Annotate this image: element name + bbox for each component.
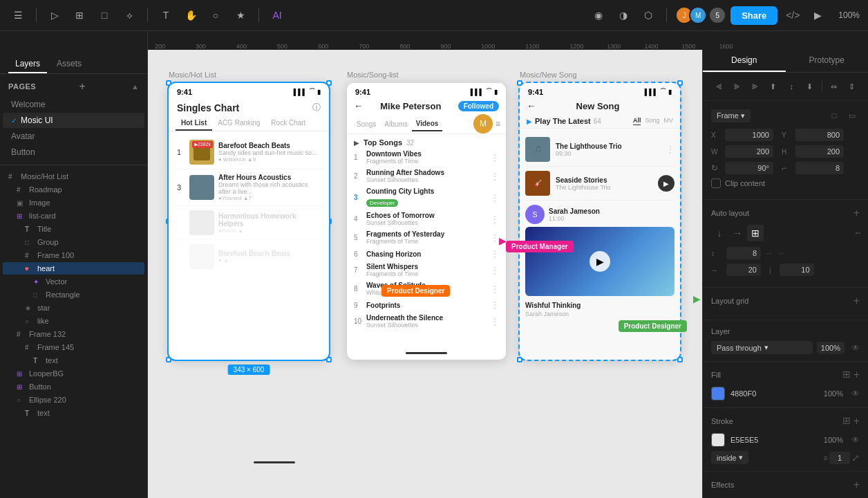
hand-tool-icon[interactable]: ✋ [181, 6, 200, 25]
resize-handle-br[interactable] [326, 357, 332, 362]
layer-title[interactable]: T Title [3, 223, 144, 235]
distribute-v-button[interactable]: ⇕ [845, 78, 860, 95]
align-center-v-button[interactable]: ↕ [784, 78, 799, 95]
layer-group[interactable]: □ Group [3, 236, 144, 248]
page-item-button[interactable]: Button [3, 145, 144, 160]
layer-like[interactable]: ○ like [3, 315, 144, 327]
al-down-button[interactable]: ↓ [711, 225, 728, 241]
al-right-button[interactable]: → [729, 225, 746, 241]
align-right-button[interactable]: ⫸ [748, 78, 763, 95]
corner-input[interactable]: 8 [795, 162, 844, 174]
page-item-welcome[interactable]: Welcome [3, 97, 144, 112]
star-tool-icon[interactable]: ★ [231, 6, 250, 25]
tab-song-ns[interactable]: Song [645, 117, 659, 125]
layer-heart[interactable]: ♥ heart [3, 262, 144, 275]
grid-icon[interactable]: ⊞ [70, 6, 89, 25]
fill-color-swatch[interactable] [711, 387, 725, 400]
share-button[interactable]: Share [730, 6, 777, 25]
rotation-input[interactable]: 90° [725, 162, 773, 174]
w-input[interactable]: 200 [725, 145, 773, 158]
expand-stroke-icon[interactable]: ⤢ [851, 452, 860, 463]
distribute-h-button[interactable]: ⇔ [827, 78, 842, 95]
tab-design[interactable]: Design [703, 50, 786, 72]
al-pad-3-input[interactable]: 10 [780, 264, 814, 276]
x-input[interactable]: 1000 [725, 129, 773, 141]
tab-songs[interactable]: Songs [352, 118, 380, 131]
stroke-color-swatch[interactable] [711, 433, 725, 447]
pen-tool-icon[interactable]: ⟡ [120, 6, 139, 25]
layer-mosic-hot-list[interactable]: # Mosic/Hot List [3, 170, 144, 183]
tab-prototype[interactable]: Prototype [786, 50, 869, 72]
tab-rock-chart[interactable]: Rock Chart [265, 116, 311, 131]
add-auto-layout-button[interactable]: + [853, 207, 860, 219]
al-pad-2-input[interactable]: 20 [726, 264, 761, 276]
ellipse-tool-icon[interactable]: ○ [206, 6, 225, 25]
align-top-button[interactable]: ⬆ [766, 78, 781, 95]
tab-hot-list[interactable]: Hot List [176, 116, 212, 131]
align-left-button[interactable]: ⫷ [711, 78, 726, 95]
layer-looperbg[interactable]: ⊞ LooperBG [3, 367, 144, 380]
play-btn-ns2[interactable]: ▶ [658, 175, 674, 192]
al-grid-button[interactable]: ⊞ [747, 225, 764, 241]
stroke-position-dropdown[interactable]: inside ▾ [711, 451, 748, 464]
tab-albums[interactable]: Albums [380, 118, 411, 131]
layer-roadmap[interactable]: # Roadmap [3, 183, 144, 196]
tab-all-ns[interactable]: All [633, 117, 641, 125]
color-wheel-icon[interactable]: ◉ [589, 6, 608, 25]
layer-star[interactable]: ★ star [3, 302, 144, 314]
page-item-avatar[interactable]: Avatar [3, 129, 144, 144]
frame-portrait-icon[interactable]: □ [827, 108, 842, 123]
layer-opacity-input[interactable]: 100% [817, 342, 845, 354]
layer-image[interactable]: ▣ Image [3, 196, 144, 209]
layers-icon[interactable]: ⬡ [639, 6, 658, 25]
rect-tool-icon[interactable]: □ [95, 6, 114, 25]
align-bottom-button[interactable]: ⬇ [802, 78, 817, 95]
layer-text-1[interactable]: T text [3, 354, 144, 367]
back-icon-ns[interactable]: ← [527, 100, 536, 111]
add-stroke-button[interactable]: + [853, 415, 860, 427]
y-input[interactable]: 800 [795, 129, 844, 141]
ns-handle-br[interactable] [677, 357, 683, 362]
tab-layers[interactable]: Layers [8, 55, 47, 73]
stroke-visibility-icon[interactable]: 👁 [851, 435, 860, 445]
tab-videos[interactable]: Videos [412, 117, 443, 131]
layer-mode-dropdown[interactable]: Pass through ▾ [711, 341, 813, 354]
frame-landscape-icon[interactable]: ▭ [845, 108, 860, 123]
frame-dropdown[interactable]: Frame ▾ [711, 109, 751, 122]
tab-assets[interactable]: Assets [50, 55, 88, 73]
clip-content-checkbox[interactable] [711, 178, 721, 188]
al-more-button[interactable]: ··· [855, 227, 860, 239]
add-fill-button[interactable]: + [853, 369, 860, 381]
page-item-mosic-ui[interactable]: ✓ Mosic UI [3, 113, 144, 128]
al-pad-1-input[interactable]: 8 [726, 247, 761, 259]
tab-acg-ranking[interactable]: ACG Ranking [212, 116, 265, 131]
play-icon[interactable]: ▷ [45, 6, 64, 25]
layer-rectangle[interactable]: □ Rectangle [3, 288, 144, 301]
present-icon[interactable]: ▶ [808, 6, 827, 25]
layer-button[interactable]: ⊞ Button [3, 380, 144, 393]
contrast-icon[interactable]: ◑ [614, 6, 633, 25]
layer-frame-145[interactable]: # Frame 145 [3, 341, 144, 353]
menu-icon[interactable]: ☰ [8, 6, 28, 25]
layer-visibility-icon[interactable]: 👁 [851, 343, 860, 353]
h-input[interactable]: 200 [795, 145, 844, 158]
layer-text-2[interactable]: T text [3, 407, 144, 419]
stroke-weight-input[interactable]: 1 [829, 452, 850, 464]
fill-style-icon[interactable]: ⊞ [842, 369, 851, 381]
text-tool-icon[interactable]: T [156, 6, 176, 25]
collapse-pages-button[interactable]: ▲ [131, 82, 139, 91]
align-center-h-button[interactable]: ⫸ [729, 78, 744, 95]
layer-list-card[interactable]: ⊞ list-card [3, 210, 144, 222]
add-effect-button[interactable]: + [853, 479, 860, 491]
stroke-style-icon[interactable]: ⊞ [842, 415, 851, 427]
layer-vector[interactable]: ✦ Vector [3, 275, 144, 288]
layer-frame-132[interactable]: # Frame 132 [3, 328, 144, 340]
canvas-area[interactable]: Mosic/Hot List 9:41 ▌▌▌ ⌒ [148, 50, 702, 498]
layer-frame-100[interactable]: # Frame 100 [3, 249, 144, 261]
code-icon[interactable]: </> [783, 6, 802, 25]
video-play-btn[interactable]: ▶ [589, 251, 610, 272]
layer-ellipse-220[interactable]: ○ Ellipse 220 [3, 394, 144, 406]
back-icon-sl[interactable]: ← [354, 100, 364, 111]
add-page-button[interactable]: + [79, 81, 85, 92]
tab-mv-ns[interactable]: MV [664, 117, 674, 125]
